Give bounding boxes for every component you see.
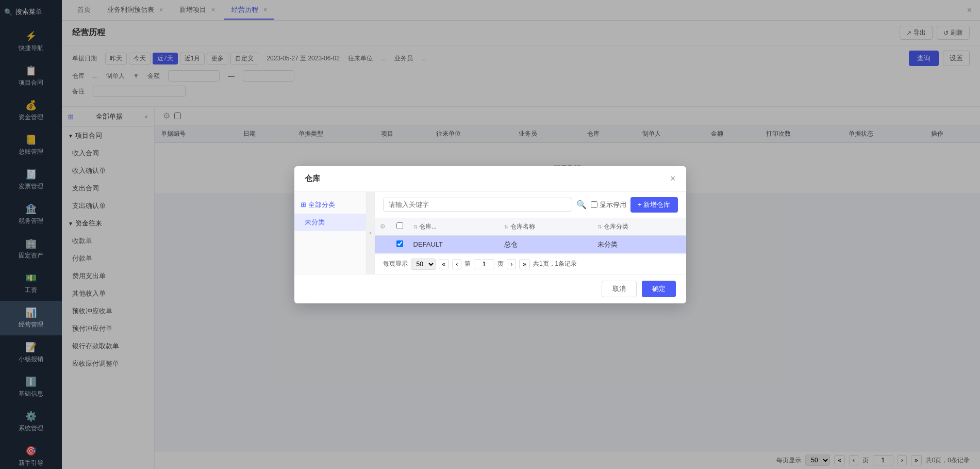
show-disabled-checkbox[interactable] (591, 201, 597, 208)
modal-per-page-label: 每页显示 (383, 260, 408, 268)
modal-right-panel: 🔍 显示停用 + 新增仓库 ⚙ (375, 192, 686, 274)
modal-close-button[interactable]: × (670, 173, 676, 184)
modal-col-category: ⇅ 仓库分类 (592, 218, 686, 236)
modal-page-label: 第 (464, 260, 471, 268)
grid-icon: ⊞ (301, 201, 306, 208)
sort-icon-3: ⇅ (597, 224, 602, 230)
modal-next-page[interactable]: › (507, 259, 516, 269)
row-category: 未分类 (592, 235, 686, 253)
modal-prev-page[interactable]: ‹ (452, 259, 461, 269)
confirm-button[interactable]: 确定 (642, 281, 676, 297)
cancel-button[interactable]: 取消 (602, 281, 637, 297)
modal-header: 仓库 × (294, 166, 686, 192)
modal-all-categories[interactable]: ⊞ 全部分类 (294, 196, 366, 214)
warehouse-modal: 仓库 × ⊞ 全部分类 未分类 ‹ 🔍 显示停 (294, 166, 686, 303)
modal-search-input[interactable] (383, 198, 573, 212)
modal-toolbar: 🔍 显示停用 + 新增仓库 (375, 192, 686, 218)
row-name: 总仓 (499, 235, 592, 253)
modal-table-wrap: ⚙ ⇅ 仓库... ⇅ (375, 218, 686, 254)
modal-select-all[interactable] (396, 222, 403, 229)
show-disabled-label: 显示停用 (591, 200, 626, 209)
row-checkbox (391, 235, 408, 253)
table-row[interactable]: DEFAULT 总仓 未分类 (375, 235, 686, 253)
row-gear (375, 235, 391, 253)
modal-page-suffix: 页 (497, 260, 504, 268)
modal-col-name: ⇅ 仓库名称 (499, 218, 592, 236)
modal-gear-icon[interactable]: ⚙ (380, 223, 386, 230)
add-warehouse-button[interactable]: + 新增仓库 (630, 197, 677, 213)
modal-col-checkbox (391, 218, 408, 236)
modal-col-code: ⇅ 仓库... (408, 218, 500, 236)
modal-pagination: 每页显示 50 « ‹ 第 页 › » 共1页，1条记录 (375, 254, 686, 274)
modal-total-info: 共1页，1条记录 (533, 260, 577, 268)
row-select-checkbox[interactable] (396, 240, 403, 247)
modal-warehouse-table: ⚙ ⇅ 仓库... ⇅ (375, 218, 686, 254)
sort-icon-2: ⇅ (504, 224, 508, 230)
modal-last-page[interactable]: » (519, 259, 530, 269)
modal-category-unclassified[interactable]: 未分类 (294, 214, 366, 231)
modal-overlay: 仓库 × ⊞ 全部分类 未分类 ‹ 🔍 显示停 (0, 0, 980, 469)
row-code: DEFAULT (408, 235, 500, 253)
modal-first-page[interactable]: « (439, 259, 450, 269)
modal-page-input[interactable] (474, 259, 494, 269)
modal-footer: 取消 确定 (294, 274, 686, 303)
modal-col-gear: ⚙ (375, 218, 391, 236)
modal-per-page-select[interactable]: 50 (411, 258, 436, 270)
modal-search-button[interactable]: 🔍 (576, 200, 587, 209)
modal-title: 仓库 (305, 174, 320, 184)
modal-collapse-button[interactable]: ‹ (367, 192, 375, 274)
modal-body: ⊞ 全部分类 未分类 ‹ 🔍 显示停用 + 新增仓库 (294, 192, 686, 274)
sort-icon: ⇅ (413, 224, 418, 230)
modal-left-panel: ⊞ 全部分类 未分类 (294, 192, 367, 274)
